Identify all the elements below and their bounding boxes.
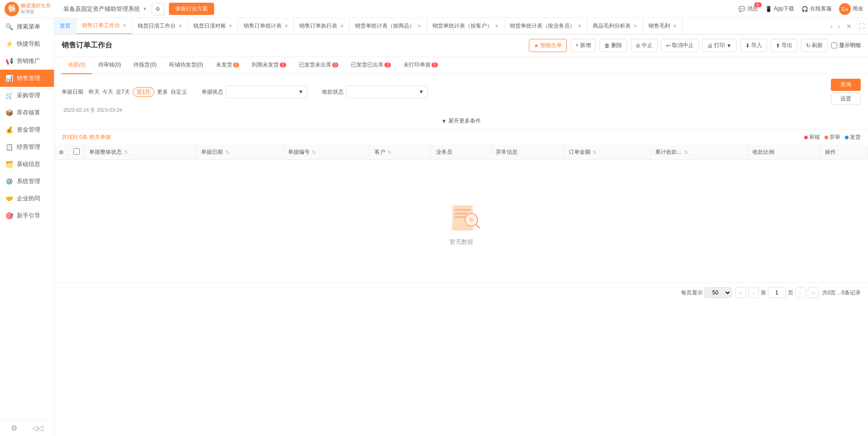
sidebar-item-corp[interactable]: 🤝 企业协同 — [0, 190, 54, 207]
tab-close-icon[interactable]: ✕ — [578, 24, 581, 28]
tab-sales-exec[interactable]: 销售订单执行表 ✕ — [294, 18, 350, 34]
sidebar-item-nav[interactable]: ⚡ 快捷导航 — [0, 35, 54, 52]
collapse-button[interactable]: ◁◁ — [32, 424, 43, 432]
sidebar-item-label: 新手引导 — [17, 212, 40, 220]
abandon-review-button[interactable]: 弃审 — [825, 133, 840, 141]
table-scroll-area[interactable]: ⚙ 单据整体状态 ⇅ 单据日期 — [54, 145, 868, 160]
col-status[interactable]: 单据整体状态 ⇅ — [85, 145, 197, 160]
sidebar-item-system[interactable]: ⚙️ 系统管理 — [0, 173, 54, 190]
tab-close-icon[interactable]: ✕ — [229, 24, 232, 28]
print-button[interactable]: 🖨 打印 ▼ — [702, 39, 737, 52]
tab-fullscreen-button[interactable]: ⛶ — [855, 18, 868, 34]
user-button[interactable]: Ea 用友 — [839, 3, 863, 15]
col-amount[interactable]: 订单金额 ⇅ — [564, 145, 650, 160]
add-button[interactable]: + 新增 — [571, 39, 596, 52]
sidebar-item-operations[interactable]: 📋 经营管理 — [0, 138, 54, 156]
tab-close-icon[interactable]: ✕ — [340, 24, 344, 28]
col-checkbox[interactable] — [69, 145, 85, 160]
select-all-checkbox[interactable] — [73, 148, 80, 155]
stop-button[interactable]: ⊘ 中止 — [631, 39, 657, 52]
tab-nav-prev[interactable]: ‹ — [828, 18, 835, 34]
tab-home[interactable]: 首页 — [54, 18, 77, 34]
col-salesperson-label: 业务员 — [436, 149, 452, 155]
subtab-shipped-no-out[interactable]: 已发货未出库 0 — [293, 57, 345, 74]
date-today[interactable]: 今天 — [102, 88, 113, 96]
tab-close-icon[interactable]: ✕ — [633, 24, 637, 28]
collection-select[interactable]: ▼ — [346, 85, 428, 98]
subtab-unprinted[interactable]: 未打印单据 0 — [397, 57, 444, 74]
col-settings[interactable]: ⚙ — [54, 145, 69, 160]
set-button[interactable]: 设置 — [831, 93, 861, 105]
first-page-button[interactable]: « — [735, 287, 746, 298]
tab-sales-margin[interactable]: 销售毛利 ✕ — [643, 18, 682, 34]
status-select[interactable]: ▼ — [226, 85, 307, 98]
prev-page-button[interactable]: ‹ — [748, 287, 759, 298]
show-detail-input[interactable] — [831, 43, 837, 48]
next-page-button[interactable]: › — [795, 287, 806, 298]
sidebar-item-finance[interactable]: 💰 资金管理 — [0, 121, 54, 138]
tab-gross-margin[interactable]: 商品毛利分析表 ✕ — [587, 18, 643, 34]
delete-button[interactable]: 🗑 删除 — [599, 39, 627, 52]
tab-goods-stats-customer[interactable]: 销货单统计表（按客户） ✕ — [427, 18, 504, 34]
date-custom[interactable]: 自定义 — [171, 88, 187, 96]
sidebar-item-basic[interactable]: 🗂️ 基础信息 — [0, 156, 54, 173]
subtab-shipped-out[interactable]: 已发货已出库 0 — [345, 57, 397, 74]
subtab-wangpu[interactable]: 旺铺待发货(0) — [163, 57, 210, 74]
tab-close-icon[interactable]: ✕ — [495, 24, 499, 28]
sidebar-item-sales[interactable]: 📊 销售管理 — [0, 70, 54, 87]
sidebar-item-marketing[interactable]: 📢 营销推广 — [0, 52, 54, 70]
subtab-overdue-unshipped[interactable]: 到期未发货 0 — [245, 57, 293, 74]
settings-button[interactable]: ⚙ — [152, 3, 164, 15]
sidebar-item-guide[interactable]: 🎯 新手引导 — [0, 207, 54, 224]
tab-cash-daily[interactable]: 钱货日清工作台 ✕ — [132, 18, 188, 34]
tab-close-all-button[interactable]: ✕ — [843, 18, 855, 34]
tab-cash-reconcile[interactable]: 钱货日清对账 ✕ — [188, 18, 238, 34]
tab-sales-stats[interactable]: 销售订单统计表 ✕ — [238, 18, 294, 34]
app-download-button[interactable]: 📱 App下载 — [765, 5, 794, 13]
tab-close-icon[interactable]: ✕ — [178, 24, 182, 28]
ship-button[interactable]: 发货 — [845, 133, 861, 141]
filter-date-options: 昨天 今天 近7天 近1月 更多 自定义 — [89, 87, 187, 97]
subtab-all[interactable]: 全部(0) — [62, 57, 92, 74]
show-detail-checkbox[interactable]: 显示明细 — [831, 42, 861, 49]
col-customer[interactable]: 客户 ⇅ — [370, 145, 432, 160]
col-number[interactable]: 单据编号 ⇅ — [283, 145, 369, 160]
last-page-button[interactable]: » — [808, 287, 819, 298]
tab-close-icon[interactable]: ✕ — [417, 24, 421, 28]
tab-close-icon[interactable]: ✕ — [673, 24, 676, 28]
settings-bottom-button[interactable]: ⚙ — [11, 424, 17, 432]
import-button[interactable]: ⬇ 导入 — [740, 39, 767, 52]
tab-nav-next[interactable]: › — [835, 18, 843, 34]
subtab-pending-pick[interactable]: 待拣货(0) — [127, 57, 163, 74]
expand-filter-button[interactable]: ▼ 展开更多条件 — [441, 117, 481, 125]
sidebar-item-search[interactable]: 🔍 搜索菜单 — [0, 18, 54, 35]
tab-close-icon[interactable]: ✕ — [123, 23, 126, 28]
message-button[interactable]: 💬 消息 6 — [739, 5, 758, 13]
industry-button[interactable]: 体验行业方案 — [169, 3, 214, 15]
date-1month[interactable]: 近1月 — [133, 87, 155, 97]
tab-goods-stats-product[interactable]: 销货单统计表（按商品） ✕ — [350, 18, 427, 34]
review-button[interactable]: 审核 — [804, 133, 820, 141]
page-input[interactable] — [768, 287, 786, 298]
message-icon: 💬 — [739, 6, 745, 12]
date-yesterday[interactable]: 昨天 — [89, 88, 100, 96]
export-button[interactable]: ⬆ 导出 — [771, 39, 797, 52]
col-date[interactable]: 单据日期 ⇅ — [197, 145, 283, 160]
query-button[interactable]: 查询 — [831, 79, 861, 91]
subtab-pending-review[interactable]: 待审核(0) — [92, 57, 128, 74]
tab-sales-workbench[interactable]: 销售订单工作台 ✕ — [77, 18, 132, 34]
date-7days[interactable]: 近7天 — [116, 88, 130, 96]
tab-goods-stats-salesperson[interactable]: 销货单统计表（按业务员） ✕ — [504, 18, 587, 34]
col-collected[interactable]: 累计收款... ⇅ — [651, 145, 748, 160]
sidebar-item-inventory[interactable]: 📦 库存核算 — [0, 104, 54, 121]
date-more[interactable]: 更多 — [157, 88, 168, 96]
online-service-button[interactable]: 🎧 在线客服 — [801, 5, 832, 13]
page-size-input[interactable]: 50 100 200 — [705, 287, 732, 298]
system-dropdown-icon[interactable]: ▼ — [143, 6, 147, 11]
refresh-button[interactable]: ↻ 刷新 — [801, 39, 828, 52]
cancel-stop-button[interactable]: ↩ 取消中止 — [661, 39, 699, 52]
smart-create-button[interactable]: ★ 智能生单 — [529, 39, 567, 52]
tab-close-icon[interactable]: ✕ — [284, 24, 288, 28]
subtab-unshipped[interactable]: 未发货 0 — [210, 57, 246, 74]
sidebar-item-purchase[interactable]: 🛒 采购管理 — [0, 87, 54, 104]
